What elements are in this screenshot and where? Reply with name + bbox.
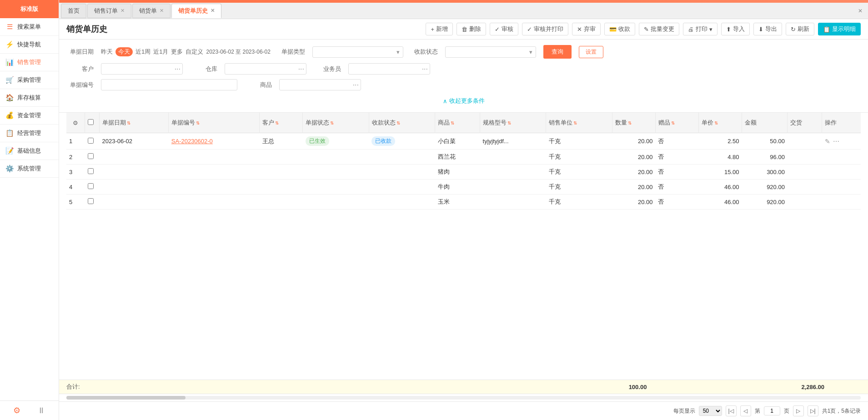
col-transaction[interactable]: 交货 [788,113,822,133]
customer-dots-icon[interactable]: ··· [175,65,181,73]
scroll-track [66,396,861,400]
page-content: 销货单历史 + 新增 🗑 删除 ✓ 审核 ✓ 审核并打印 ✕ 弃审 [59,19,868,420]
collect-button[interactable]: 💳 收款 [604,23,635,35]
cell-checkbox[interactable] [85,195,100,210]
row-checkbox[interactable] [88,138,94,144]
new-button[interactable]: + 新增 [426,23,453,35]
batch-change-button[interactable]: ✎ 批量变更 [639,23,679,35]
cell-qty: 20.00 [612,150,655,165]
salesperson-input[interactable] [351,64,422,74]
warehouse-dots-icon[interactable]: ··· [298,65,304,73]
pay-status-select[interactable] [445,46,536,58]
sidebar-item-search[interactable]: ☰ 搜索菜单 [0,18,59,36]
pause-icon[interactable]: ⏸ [37,406,45,415]
sidebar-item-operations[interactable]: 📋 经营管理 [0,125,59,142]
col-qty[interactable]: 数量⇅ [612,113,655,133]
col-amount[interactable]: 金额 [742,113,788,133]
today-shortcut[interactable]: 今天 [115,47,133,56]
yesterday-shortcut[interactable]: 昨天 [101,48,113,56]
settings-button[interactable]: 设置 [579,46,603,58]
cell-checkbox[interactable] [85,150,100,165]
tab-sales-history[interactable]: 销货单历史 ✕ [171,4,221,18]
col-billno[interactable]: 单据编号⇅ [169,113,260,133]
page-label: 第 [755,407,760,415]
select-all-checkbox[interactable] [88,119,94,125]
type-select[interactable] [312,46,403,58]
sidebar-item-basic[interactable]: 📝 基础信息 [0,142,59,160]
last7-shortcut[interactable]: 近1周 [135,48,151,56]
sidebar-item-system[interactable]: ⚙️ 系统管理 [0,160,59,178]
settings-bottom-icon[interactable]: ⚙ [13,405,20,415]
close-sales-delivery-tab-icon[interactable]: ✕ [160,8,164,14]
row-checkbox[interactable] [88,153,94,159]
product-input[interactable] [281,80,353,90]
col-checkbox[interactable] [85,113,100,133]
col-pay-status[interactable]: 收款状态⇅ [369,113,435,133]
print-button[interactable]: 🖨 打印 ▾ [683,23,717,35]
cell-amount: 50.00 [742,133,788,150]
table-row: 4 牛肉 千克 20.00 否 46.00 920.00 [66,180,861,195]
product-dots-icon[interactable]: ··· [353,81,359,89]
cell-checkbox[interactable] [85,165,100,180]
more-action-icon[interactable]: ⋯ [833,138,839,145]
sidebar-item-sales[interactable]: 📊 销售管理 [0,54,59,71]
edit-action-icon[interactable]: ✎ [825,138,830,145]
sidebar-item-quick[interactable]: ⚡ 快捷导航 [0,36,59,54]
col-spec[interactable]: 规格型号⇅ [480,113,546,133]
sidebar-item-purchase[interactable]: 🛒 采购管理 [0,71,59,89]
import-button[interactable]: ⬆ 导入 [721,23,750,35]
col-unit[interactable]: 销售单位⇅ [546,113,612,133]
query-button[interactable]: 查询 [543,45,572,59]
prev-page-button[interactable]: ◁ [740,405,751,416]
close-sales-order-tab-icon[interactable]: ✕ [120,8,125,14]
cell-checkbox[interactable] [85,133,100,150]
row-checkbox[interactable] [88,183,94,189]
cell-product: 西兰花 [435,150,480,165]
page-input[interactable] [764,406,780,415]
billno-input[interactable] [101,79,237,90]
page-size-select[interactable]: 50 100 [699,406,722,416]
col-gift[interactable]: 赠品⇅ [655,113,698,133]
salesperson-dots-icon[interactable]: ··· [422,65,428,73]
tab-sales-order[interactable]: 销售订单 ✕ [87,4,131,18]
sidebar-item-inventory[interactable]: 🏠 库存核算 [0,89,59,107]
billno-link[interactable]: SA-20230602-0 [171,138,213,145]
abandon-button[interactable]: ✕ 弃审 [572,23,601,35]
first-page-button[interactable]: |◁ [726,405,737,416]
close-all-tabs-button[interactable]: ✕ [854,7,866,15]
sidebar-item-fund[interactable]: 💰 资金管理 [0,107,59,125]
audit-print-button[interactable]: ✓ 审核并打印 [522,23,568,35]
customer-input[interactable] [103,64,175,74]
col-date[interactable]: 单据日期⇅ [100,113,169,133]
audit-button[interactable]: ✓ 审核 [490,23,518,35]
last-page-button[interactable]: ▷| [808,405,818,416]
scroll-thumb[interactable] [66,396,186,400]
refresh-button[interactable]: ↻ 刷新 [786,23,814,35]
last1m-shortcut[interactable]: 近1月 [153,48,168,56]
collapse-filter-button[interactable]: ∧ 收起更多条件 [443,95,485,107]
row-checkbox[interactable] [88,168,94,174]
row-checkbox[interactable] [88,198,94,204]
cell-spec: tyjyjtyjdf... [480,133,546,150]
date-range: 2023-06-02 至 2023-06-02 [206,48,270,56]
col-product[interactable]: 商品⇅ [435,113,480,133]
sort-unit-icon: ⇅ [573,120,577,125]
custom-shortcut[interactable]: 自定义 [186,48,203,56]
cell-product: 牛肉 [435,180,480,195]
table-footer: 合计: 100.00 2,286.00 [59,380,868,394]
cell-checkbox[interactable] [85,180,100,195]
cell-product: 猪肉 [435,165,480,180]
delete-button[interactable]: 🗑 删除 [457,23,486,35]
col-gear[interactable]: ⚙ [66,113,85,133]
col-price[interactable]: 单价⇅ [698,113,742,133]
more-shortcut[interactable]: 更多 [171,48,183,56]
col-customer[interactable]: 客户⇅ [260,113,303,133]
next-page-button[interactable]: ▷ [793,405,804,416]
close-sales-history-tab-icon[interactable]: ✕ [211,8,215,14]
show-details-button[interactable]: 📋 显示明细 [818,23,861,35]
tab-home[interactable]: 首页 [61,4,86,18]
warehouse-input[interactable] [227,64,298,74]
tab-sales-delivery[interactable]: 销货单 ✕ [132,4,171,18]
export-button[interactable]: ⬇ 导出 [753,23,782,35]
col-bill-status[interactable]: 单据状态⇅ [303,113,369,133]
